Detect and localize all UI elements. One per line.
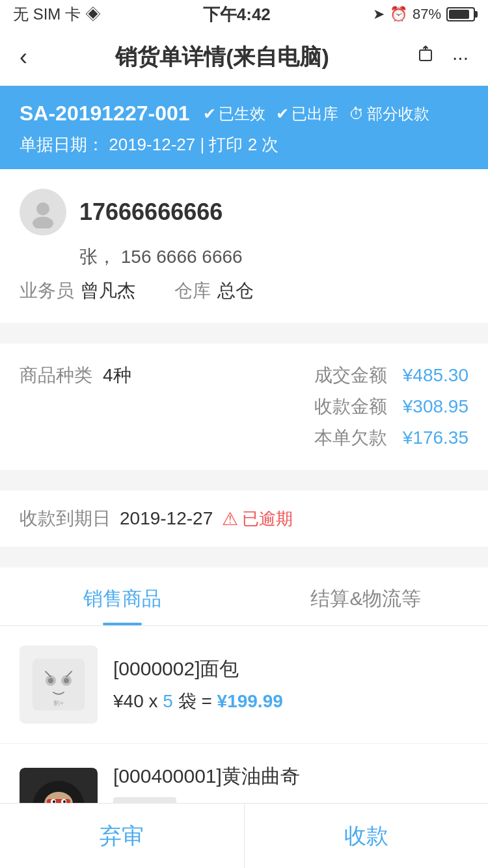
overdue-badge: ⚠ 已逾期 bbox=[222, 508, 293, 530]
badge-partial: ⏱ 部分收款 bbox=[349, 103, 429, 124]
divider-1 bbox=[0, 333, 488, 344]
battery-percent: 87% bbox=[413, 6, 441, 23]
product-name-2: [000400001]黄油曲奇 bbox=[113, 763, 468, 790]
transaction-amount: 成交金额 ¥485.30 bbox=[314, 363, 468, 388]
tab-settlement[interactable]: 结算&物流等 bbox=[244, 567, 488, 625]
alarm-icon: ⏰ bbox=[390, 6, 407, 23]
owed-amount: 本单欠款 ¥176.35 bbox=[314, 426, 468, 450]
summary-row: 商品种类 4种 成交金额 ¥485.30 收款金额 ¥308.95 本单欠款 ¥… bbox=[20, 363, 468, 450]
svg-point-2 bbox=[33, 217, 53, 228]
order-header: SA-20191227-001 ✔ 已生效 ✔ 已出库 ⏱ 部分收款 单据日期：… bbox=[0, 86, 488, 169]
product-thumbnail: 豹+ bbox=[20, 645, 98, 724]
summary-section: 商品种类 4种 成交金额 ¥485.30 收款金额 ¥308.95 本单欠款 ¥… bbox=[0, 344, 488, 470]
check-icon-2: ✔ bbox=[276, 105, 289, 123]
due-section: 收款到期日 2019-12-27 ⚠ 已逾期 bbox=[0, 491, 488, 547]
order-meta: 单据日期： 2019-12-27 | 打印 2 次 bbox=[20, 133, 468, 156]
badge-active: ✔ 已生效 bbox=[203, 103, 265, 124]
share-button[interactable] bbox=[417, 45, 437, 69]
tab-products[interactable]: 销售商品 bbox=[0, 567, 244, 625]
product-kind: 商品种类 4种 bbox=[20, 363, 131, 388]
customer-fields: 业务员 曾凡杰 仓库 总仓 bbox=[20, 278, 468, 303]
customer-id[interactable]: 17666666666 bbox=[79, 198, 223, 226]
summary-financials: 成交金额 ¥485.30 收款金额 ¥308.95 本单欠款 ¥176.35 bbox=[314, 363, 468, 450]
sales-rep-value: 曾凡杰 bbox=[81, 278, 135, 303]
status-bar: 无 SIM 卡 ◈ 下午4:42 ➤ ⏰ 87% bbox=[0, 0, 488, 29]
location-icon: ➤ bbox=[373, 6, 385, 23]
warehouse-field: 仓库 总仓 bbox=[174, 278, 254, 303]
battery-icon bbox=[446, 7, 475, 21]
svg-rect-0 bbox=[420, 50, 431, 61]
status-time: 下午4:42 bbox=[203, 3, 271, 26]
tabs-row: 销售商品 结算&物流等 bbox=[0, 567, 488, 626]
page-title: 销货单详情(来自电脑) bbox=[115, 42, 329, 72]
back-button[interactable]: ‹ bbox=[20, 44, 27, 71]
clock-icon: ⏱ bbox=[349, 105, 364, 123]
reject-button[interactable]: 弃审 bbox=[0, 804, 245, 868]
due-label: 收款到期日 bbox=[20, 506, 111, 531]
badge-shipped: ✔ 已出库 bbox=[276, 103, 338, 124]
product-price: ¥40 x 5 袋 = ¥199.99 bbox=[113, 689, 468, 714]
status-badges: ✔ 已生效 ✔ 已出库 ⏱ 部分收款 bbox=[203, 103, 429, 124]
avatar bbox=[20, 189, 66, 236]
due-date: 2019-12-27 bbox=[120, 508, 213, 529]
product-info: [0000002]面包 ¥40 x 5 袋 = ¥199.99 bbox=[113, 656, 468, 714]
overdue-label: 已逾期 bbox=[242, 508, 293, 530]
sales-rep-field: 业务员 曾凡杰 bbox=[20, 278, 135, 303]
warehouse-value: 总仓 bbox=[217, 278, 254, 303]
more-button[interactable]: ··· bbox=[452, 46, 468, 68]
sim-status: 无 SIM 卡 ◈ bbox=[13, 4, 101, 25]
divider-2 bbox=[0, 480, 488, 491]
tabs-section: 销售商品 结算&物流等 bbox=[0, 567, 488, 626]
customer-top: 17666666666 bbox=[20, 189, 468, 236]
svg-point-6 bbox=[48, 678, 53, 683]
status-right: ➤ ⏰ 87% bbox=[373, 6, 475, 23]
customer-contact: 张， 156 6666 6666 bbox=[20, 245, 468, 269]
divider-3 bbox=[0, 557, 488, 567]
status-left: 无 SIM 卡 ◈ bbox=[13, 4, 101, 25]
bottom-bar: 弃审 收款 bbox=[0, 803, 488, 868]
svg-text:豹+: 豹+ bbox=[53, 699, 64, 707]
product-name: [0000002]面包 bbox=[113, 656, 468, 683]
nav-actions: ··· bbox=[417, 45, 468, 69]
collect-button[interactable]: 收款 bbox=[245, 804, 489, 868]
order-header-top: SA-20191227-001 ✔ 已生效 ✔ 已出库 ⏱ 部分收款 bbox=[20, 102, 468, 126]
received-amount: 收款金额 ¥308.95 bbox=[314, 394, 468, 419]
list-item[interactable]: 豹+ [0000002]面包 ¥40 x 5 袋 = ¥199.99 bbox=[0, 626, 488, 744]
nav-bar: ‹ 销货单详情(来自电脑) ··· bbox=[0, 29, 488, 86]
svg-point-7 bbox=[64, 678, 69, 683]
order-id: SA-20191227-001 bbox=[20, 102, 190, 126]
check-icon: ✔ bbox=[203, 105, 216, 123]
overdue-icon: ⚠ bbox=[222, 508, 238, 530]
customer-section: 17666666666 张， 156 6666 6666 业务员 曾凡杰 仓库 … bbox=[0, 169, 488, 323]
svg-point-1 bbox=[36, 202, 49, 215]
